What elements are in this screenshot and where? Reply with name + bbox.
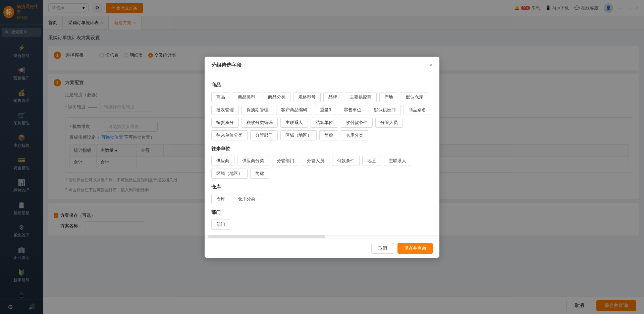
field-warehouse[interactable]: 仓库 [211,194,230,204]
field-origin[interactable]: 产地 [379,92,398,102]
dialog-close-icon[interactable]: × [430,62,433,68]
field-main-contact[interactable]: 主联系人 [280,118,308,128]
field-spec-model[interactable]: 规格型号 [293,92,321,102]
field-product-category[interactable]: 商品分类 [263,92,290,102]
dialog-overlay: 分组待选字段 × 商品 商品 商品类型 商品分类 规格型号 品牌 主要供应商 产… [0,0,644,314]
field-brand[interactable]: 品牌 [323,92,342,102]
field-batch-management[interactable]: 批次管理 [211,105,239,115]
field-payment-terms[interactable]: 收付款条件 [341,118,373,128]
field-short-name2[interactable]: 简称 [250,169,269,179]
field-dept2[interactable]: 分管部门 [272,156,299,166]
field-weight3[interactable]: 重量3 [315,105,336,115]
field-retail-unit[interactable]: 零售单位 [339,105,366,115]
field-settlement-unit[interactable]: 结算单位 [311,118,338,128]
field-region2[interactable]: 地区 [362,156,381,166]
dialog-body: 商品 商品 商品类型 商品分类 规格型号 品牌 主要供应商 产地 默认仓库 批次… [205,74,439,236]
field-product-type[interactable]: 商品类型 [233,92,260,102]
field-short-name[interactable]: 简称 [319,130,338,140]
section-product-fields: 商品 商品类型 商品分类 规格型号 品牌 主要供应商 产地 默认仓库 批次管理 … [211,92,433,140]
field-dept[interactable]: 分管部门 [250,130,278,140]
section-counterpart-fields: 供应商 供应商分类 分管部门 分管人员 付款条件 地区 主联系人 区域（地区） … [211,156,433,179]
field-product[interactable]: 商品 [211,92,230,102]
field-region-area[interactable]: 区域（地区） [211,169,248,179]
field-dept-staff[interactable]: 分管人员 [302,156,329,166]
dialog: 分组待选字段 × 商品 商品 商品类型 商品分类 规格型号 品牌 主要供应商 产… [205,57,439,258]
field-default-warehouse[interactable]: 默认仓库 [401,92,428,102]
dialog-confirm-btn[interactable]: 保存并查询 [397,243,433,254]
dialog-scrollbar-thumb [208,235,325,238]
section-product-title: 商品 [211,82,433,88]
field-customer-code[interactable]: 客户商品编码 [276,105,312,115]
section-department-fields: 部门 [211,219,433,230]
section-warehouse-title: 仓库 [211,184,433,190]
field-supplier-category[interactable]: 供应商分类 [237,156,269,166]
field-default-supplier[interactable]: 默认供应商 [369,105,401,115]
field-warehouse-category[interactable]: 仓库分类 [341,130,368,140]
section-department-title: 部门 [211,209,433,215]
field-payment-cond[interactable]: 付款条件 [332,156,360,166]
dialog-footer: 取消 保存并查询 [205,239,439,258]
field-dept3[interactable]: 部门 [211,219,230,230]
dialog-cancel-btn[interactable]: 取消 [371,243,394,254]
field-manager[interactable]: 分管人员 [375,118,403,128]
field-supplier[interactable]: 供应商 [211,156,234,166]
field-warehouse-cat[interactable]: 仓库分类 [233,194,260,204]
dialog-header: 分组待选字段 × [205,57,439,74]
field-from-unit-category[interactable]: 往来单位分类 [211,130,248,140]
section-counterpart-title: 往来单位 [211,146,433,152]
dialog-title: 分组待选字段 [211,62,241,68]
field-contact2[interactable]: 主联系人 [384,156,411,166]
dialog-scrollbar-track [205,235,439,238]
field-pick-score[interactable]: 拣货积分 [211,118,239,128]
field-tax-code[interactable]: 税收分类编码 [241,118,278,128]
field-shelf-life[interactable]: 保质期管理 [241,105,273,115]
field-product-alias[interactable]: 商品别名 [404,105,431,115]
field-region[interactable]: 区域（地区） [280,130,317,140]
field-main-supplier[interactable]: 主要供应商 [345,92,377,102]
section-warehouse-fields: 仓库 仓库分类 [211,194,433,204]
